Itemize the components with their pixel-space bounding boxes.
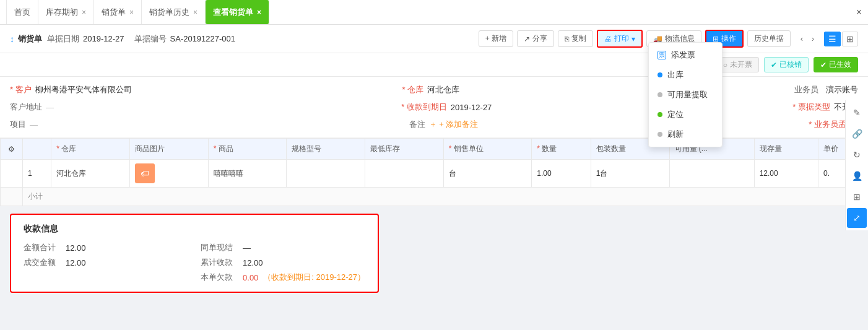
sidebar-link-icon[interactable]: 🔗 (847, 124, 867, 144)
payment-grid: 金额合计 12.00 同单现结 — 成交金额 12.00 累计收款 12.00 (24, 242, 365, 283)
doc-title: ↕ 销货单 (10, 33, 42, 45)
cumulative-item: 累计收款 12.00 (201, 257, 365, 268)
address-value: — (46, 103, 54, 112)
product-table: ⚙ * 仓库 商品图片 * 商品 规格型号 最低库存 * 销售单位 * 数量 包… (0, 138, 868, 206)
row-warehouse: 河北仓库 (51, 160, 130, 188)
overdue-label: 本单欠款 (201, 272, 238, 283)
history-button[interactable]: 历史单据 (747, 30, 791, 47)
print-button[interactable]: 🖨 打印 ▾ (597, 30, 643, 48)
sub-action-bar: 📱 来自手机 ○ 未开票 ✔ 已核销 ✔ 已生效 (0, 53, 868, 77)
sidebar-user-icon[interactable]: 👤 (847, 166, 867, 186)
row-spec (287, 160, 365, 188)
note-field: 备注 ＋ + 添加备注 (409, 119, 809, 130)
tab-inventory-init[interactable]: 库存期初 × (38, 0, 94, 24)
document-header: ↕ 销货单 单据日期 2019-12-27 单据编号 SA-20191227-0… (0, 25, 868, 53)
doc-type-label: 销货单 (18, 33, 42, 45)
available-icon (658, 92, 662, 97)
th-gear[interactable]: ⚙ (1, 139, 23, 160)
location-icon (658, 112, 662, 117)
deal-amount-item: 成交金额 12.00 (24, 257, 188, 268)
row-quantity: 1.00 (532, 160, 591, 188)
tab-sales-history[interactable]: 销货单历史 × (142, 0, 206, 24)
row-product-img: 🏷 (129, 160, 208, 188)
tab-close-view[interactable]: × (257, 8, 261, 17)
overdue-value: 0.00 (243, 273, 258, 282)
add-note-btn[interactable]: ＋ + 添加备注 (429, 119, 478, 130)
doc-number-field: 单据编号 SA-20191227-001 (134, 33, 236, 45)
address-field: 客户地址 — (10, 102, 401, 113)
location-item[interactable]: 定位 (649, 105, 722, 124)
subtotal-gear (1, 188, 23, 206)
payment-section: 收款信息 金额合计 12.00 同单现结 — 成交金额 12.00 累计收款 1… (0, 206, 868, 308)
staff-field: 业务员 演示账号 (794, 84, 858, 95)
product-table-wrapper: ⚙ * 仓库 商品图片 * 商品 规格型号 最低库存 * 销售单位 * 数量 包… (0, 138, 868, 206)
sidebar-rotate-icon[interactable]: ↻ (847, 145, 867, 165)
row-gear[interactable] (1, 160, 23, 188)
not-open-btn[interactable]: ○ 未开票 (716, 57, 759, 72)
sidebar-expand-icon[interactable]: ⤢ (847, 208, 867, 228)
row-product: 嘻嘻嘻嘻 (208, 160, 287, 188)
effective-btn[interactable]: ✔ 已生效 (814, 57, 858, 72)
add-invoice-item[interactable]: 票 添发票 (649, 45, 722, 65)
th-stock: 现存量 (754, 139, 818, 160)
same-settlement-item: 同单现结 — (201, 242, 365, 253)
th-unit: * 销售单位 (443, 139, 531, 160)
tab-close-inventory[interactable]: × (82, 8, 86, 17)
tab-close-sales[interactable]: × (129, 8, 134, 17)
overdue-note: （收款到期日: 2019-12-27） (263, 272, 365, 283)
prev-btn[interactable]: ‹ (797, 33, 807, 45)
confirmed-btn[interactable]: ✔ 已核销 (764, 57, 809, 72)
same-settlement-label: 同单现结 (201, 242, 238, 253)
plus-icon: ＋ (429, 119, 437, 130)
form-section: 客户 柳州粤港平安气体有限公司 仓库 河北仓库 业务员 演示账号 客户地址 — … (0, 77, 868, 138)
tab-home[interactable]: 首页 (6, 0, 38, 24)
window-close-btn[interactable]: × (856, 7, 862, 18)
nav-arrows: ‹ › (797, 33, 818, 45)
outbound-icon (658, 72, 662, 77)
row-index: 1 (23, 160, 51, 188)
customer-field: 客户 柳州粤港平安气体有限公司 (10, 84, 402, 95)
tab-view-sales[interactable]: 查看销货单 × (206, 0, 269, 24)
tab-bar: 首页 库存期初 × 销货单 × 销货单历史 × 查看销货单 × × (0, 0, 868, 25)
sidebar-edit-icon[interactable]: ✎ (847, 103, 867, 123)
total-value: 12.00 (66, 243, 86, 253)
row-stock: 12.00 (754, 160, 818, 188)
row-pack-qty: 1台 (591, 160, 669, 188)
payment-date-value: 2019-12-27 (451, 103, 492, 112)
sidebar-table-icon[interactable]: ⊞ (847, 187, 867, 207)
doc-date-field: 单据日期 2019-12-27 (47, 33, 124, 45)
subtotal-label: 小计 (23, 188, 868, 206)
form-row-3: 项目 — 备注 ＋ + 添加备注 业务员孟 — (10, 119, 858, 130)
available-extract-item[interactable]: 可用量提取 (649, 85, 722, 105)
share-button[interactable]: ↗ 分享 (517, 30, 554, 47)
list-view-btn[interactable]: ☰ (824, 32, 841, 46)
form-row-1: 客户 柳州粤港平安气体有限公司 仓库 河北仓库 业务员 演示账号 (10, 84, 858, 95)
warehouse-value: 河北仓库 (427, 84, 459, 95)
invoice-icon: 票 (658, 51, 666, 59)
cumulative-value: 12.00 (243, 258, 263, 267)
tab-close-history[interactable]: × (193, 8, 197, 17)
row-available (669, 160, 754, 188)
copy-button[interactable]: ⎘ 复制 (558, 30, 593, 47)
customer-value: 柳州粤港平安气体有限公司 (35, 84, 132, 95)
row-min-stock (365, 160, 444, 188)
print-icon: 🖨 (604, 35, 612, 43)
view-toggle: ☰ ⊞ (824, 32, 858, 46)
payment-date-field: 收款到期日 2019-12-27 (401, 102, 792, 113)
th-quantity: * 数量 (532, 139, 591, 160)
check-icon: ✔ (771, 61, 777, 69)
refresh-icon (658, 132, 662, 137)
copy-icon: ⎘ (565, 35, 569, 43)
payment-title: 收款信息 (24, 224, 365, 235)
total-label: 金额合计 (24, 242, 61, 253)
refresh-item[interactable]: 刷新 (649, 124, 722, 144)
table-header-row: ⚙ * 仓库 商品图片 * 商品 规格型号 最低库存 * 销售单位 * 数量 包… (1, 139, 868, 160)
deal-amount-label: 成交金额 (24, 257, 61, 268)
project-value: — (30, 120, 38, 129)
outbound-item[interactable]: 出库 (649, 65, 722, 85)
next-btn[interactable]: › (808, 33, 818, 45)
grid-view-btn[interactable]: ⊞ (842, 32, 858, 46)
new-button[interactable]: + 新增 (479, 30, 513, 47)
form-row-2: 客户地址 — 收款到期日 2019-12-27 票据类型 不开票 (10, 102, 858, 113)
tab-sales-order[interactable]: 销货单 × (94, 0, 142, 24)
